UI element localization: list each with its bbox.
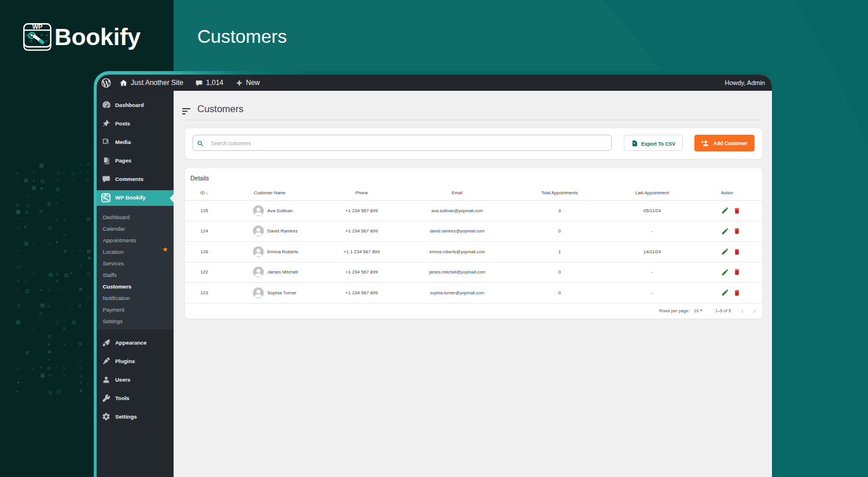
svg-text:WP: WP	[104, 194, 108, 196]
svg-text:WP: WP	[32, 23, 43, 30]
